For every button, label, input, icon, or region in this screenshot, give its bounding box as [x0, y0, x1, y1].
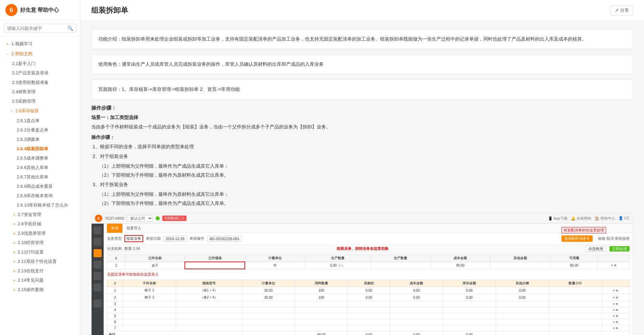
mock-sidebar-icon2 — [94, 238, 102, 246]
logo-icon: 6 — [5, 4, 17, 16]
mock-parent-table-area: # 父件名称 父件规格 计量单位 生产数量 生产数量 成本金额 其他金额 可用量 — [107, 255, 630, 269]
sidebar-item-2-2[interactable]: 2.2产品安装及登录 — [0, 68, 80, 78]
step2: 2、对于组装业务 — [91, 152, 633, 161]
mock-parent-table: # 父件名称 父件规格 计量单位 生产数量 生产数量 成本金额 其他金额 可用量 — [107, 255, 630, 269]
mock-num-input[interactable]: AD-20191226-001 — [207, 236, 242, 242]
sidebar-item-2-6-4[interactable]: 2.6.4组装拆卸单 — [0, 144, 80, 154]
sidebar-item-2-6-9[interactable]: 2.6.9库存账本查询 — [0, 191, 80, 201]
mock-tab-bar: 新增 批量导入 — [104, 224, 633, 233]
mock-sub-row-5: 5 — [107, 313, 630, 319]
main-header: 组装拆卸单 ↗ 分享 — [80, 0, 644, 21]
mock-parent-row-1: 1 桌子 件 5.00（↑） 90.00 90.00 — [107, 262, 630, 269]
mock-left-sidebar — [92, 224, 104, 335]
mock-topbar-icons: 📱 App下载 🔔 在线帮助 🏠 帮助中心 👤 CC — [548, 216, 630, 221]
expand-icon-2-7: ＋ — [12, 212, 16, 217]
mock-th-other: 其他金额 — [490, 255, 550, 262]
page-title: 组装拆卸单 — [91, 5, 128, 15]
main-content: 组装拆卸单 ↗ 分享 功能介绍：组装拆卸单用来处理企业组装或拆卸等加工业务，支持… — [80, 0, 644, 335]
mock-action-links: 验验 取消 审批核准 — [598, 236, 630, 241]
step3-2: （2）下部明细为子件明细，最终作为产成品生成其它入库单。 — [91, 199, 633, 208]
mock-main-area: 新增 批量导入 业务类型 组装业务 单据日期 2019-12-26 单据编号 A… — [104, 224, 633, 335]
sidebar-item-2-11[interactable]: ＋ 2.11打印设置 — [0, 247, 80, 257]
sidebar-item-2-1[interactable]: 2.1新手入门 — [0, 59, 80, 68]
mock-confirm-btn[interactable]: 立即处理 — [609, 246, 630, 252]
step3-1: （1）上部明细为父件明细，最终作为原材料生成其它出库单； — [91, 190, 633, 199]
share-button[interactable]: ↗ 分享 — [610, 5, 633, 15]
expand-icon-2-13: ＋ — [12, 268, 16, 273]
scenario-title: 场景一：加工类型选择 — [91, 115, 633, 121]
mock-screen: 6 TEST-H002 默认公司 同期数据汇入 📱 App下载 🔔 在线帮助 🏠… — [92, 213, 633, 335]
sidebar-item-video[interactable]: ＋ 1.视频学习 — [0, 39, 80, 49]
mock-type-input[interactable]: 组装业务 — [124, 235, 143, 242]
mock-tab-new[interactable]: 新增 — [107, 224, 122, 233]
logo-label: 好生意 帮助中心 — [20, 7, 59, 14]
mock-count-label: 数量 2.04 — [124, 246, 140, 251]
sidebar-item-2-8[interactable]: ＋ 2.8手机旺铺 — [0, 219, 80, 229]
annotation-1: 有装配清单的在这里处理 — [561, 227, 606, 233]
screenshot-container: 6 TEST-H002 默认公司 同期数据汇入 📱 App下载 🔔 在线帮助 🏠… — [91, 213, 633, 335]
expand-icon-2-12: ＋ — [12, 259, 16, 264]
ops-steps-title: 操作步骤： — [91, 134, 633, 141]
sidebar-item-2-6-7[interactable]: 2.6.7其他出库单 — [0, 172, 80, 182]
status-dot — [156, 216, 160, 220]
intro-block: 功能介绍：组装拆卸单用来处理企业组装或拆卸等加工业务，支持有固定装配清单的产品加… — [91, 29, 633, 49]
expand-icon-2-15: ＋ — [12, 287, 16, 292]
expand-icon-2-9: ＋ — [12, 231, 16, 236]
sidebar-item-2-3[interactable]: 2.3使用前数据准备 — [0, 78, 80, 87]
mock-sidebar-icon1 — [94, 226, 102, 234]
sidebar-item-2-7[interactable]: ＋ 2.7资金管理 — [0, 210, 80, 219]
mock-topbar: 6 TEST-H002 默认公司 同期数据汇入 📱 App下载 🔔 在线帮助 🏠… — [92, 213, 633, 224]
mock-company-select[interactable]: 默认公司 — [127, 215, 153, 222]
mock-topbar-id: TEST-H002 — [105, 216, 124, 220]
mock-select-template-btn[interactable]: 选择配料清单▼ — [561, 235, 593, 242]
sidebar-item-2-6-2[interactable]: 2.6.2分量盘点单 — [0, 125, 80, 135]
sidebar-item-docs[interactable]: － 2.帮助文档 — [0, 49, 80, 59]
mock-enable-input[interactable]: 供货商用 — [585, 246, 606, 252]
mock-sub-footer: 合计 88.00 0.00 0.00 0.00 — [107, 331, 630, 335]
scenario-desc: 当由多个子件材料组装成一个成品的业务为【组装】业务，当由一个父件拆分成多个子产品… — [91, 123, 633, 131]
annotation-2: 组装业务、拆卸业务在这里切换 — [143, 246, 583, 251]
sidebar-item-2-10[interactable]: ＋ 2.10经营管理 — [0, 238, 80, 247]
sidebar-item-2-14[interactable]: ＋ 2.14常见问题 — [0, 276, 80, 285]
sidebar-item-2-6[interactable]: － 2.6库存核算 — [0, 106, 80, 116]
sidebar-item-2-9[interactable]: ＋ 2.9优惠券管理 — [0, 229, 80, 238]
mock-logo: 6 — [95, 215, 102, 222]
step3: 3、对于拆装业务 — [91, 180, 633, 189]
share-icon: ↗ — [615, 8, 619, 13]
sidebar-item-2-13[interactable]: ＋ 2.13在线支付 — [0, 266, 80, 276]
sidebar: 6 好生意 帮助中心 🔍 ＋ 1.视频学习 － 2.帮助文档 2.1新手入门 2… — [0, 0, 80, 335]
mock-sidebar-icon3 — [94, 249, 102, 257]
sidebar-item-2-5[interactable]: 2.5采购管理 — [0, 97, 80, 106]
sidebar-item-2-6-8[interactable]: 2.6.8商品成本重算 — [0, 182, 80, 191]
mock-th-avail: 可用量 — [550, 255, 598, 262]
mock-sub-row-2: 2 椅子 2 （格2 ÷ 4） 30.00 100 0.00 0.00 0.00 — [107, 294, 630, 301]
mock-tab-import[interactable]: 批量导入 — [122, 224, 145, 233]
sidebar-item-2-6-10[interactable]: 2.6.10库存账本错了怎么办 — [0, 201, 80, 210]
sidebar-item-2-6-1[interactable]: 2.6.1盘点单 — [0, 116, 80, 125]
mock-th-name: 父件名称 — [125, 255, 185, 262]
mock-th-cost: 成本金额 — [430, 255, 490, 262]
mock-sub-table: # 子件名称 规格型号 计量单位 用料数量 采购价 成本金额 库存金额 其他分摊 — [107, 280, 630, 335]
mock-sidebar-icon6 — [94, 283, 102, 291]
mock-th-qty1: 生产数量 — [305, 255, 370, 262]
intro-text: 功能介绍：组装拆卸单用来处理企业组装或拆卸等加工业务，支持有固定装配清单的产品加… — [98, 36, 587, 42]
step2-2: （2）下部明细为子件明细，最终作为原材料生成其它出库单。 — [91, 171, 633, 179]
mock-alert-btn: 同期数据汇入 — [162, 216, 186, 221]
collapse-icon: － — [5, 51, 9, 57]
mock-th-spec: 父件规格 — [185, 255, 245, 262]
search-icon[interactable]: 🔍 — [67, 25, 73, 31]
mock-sidebar-icon4 — [94, 261, 102, 269]
ops-title: 操作步骤： — [91, 105, 633, 111]
sidebar-item-2-4[interactable]: 2.4销售管理 — [0, 87, 80, 97]
mock-date-input[interactable]: 2019-12-26 — [163, 236, 187, 242]
sidebar-item-2-6-3[interactable]: 2.6.3调拨单 — [0, 135, 80, 144]
sidebar-item-2-12[interactable]: ＋ 2.12系统个性化设置 — [0, 257, 80, 266]
mock-label-date: 单据日期 — [146, 236, 161, 241]
mock-sidebar-icon5 — [94, 272, 102, 280]
mock-sub-row-1: 1 椅子 1 （格1 ÷ 4） 30.00 100 0.00 0.00 0.00 — [107, 287, 630, 294]
sidebar-item-2-15[interactable]: ＋ 2.15操作案例 — [0, 285, 80, 294]
collapse-icon-2-6: － — [9, 108, 13, 114]
sidebar-item-2-6-5[interactable]: 2.6.5成本调整单 — [0, 154, 80, 163]
search-input[interactable] — [7, 26, 67, 31]
sidebar-item-2-6-6[interactable]: 2.6.6其他入库单 — [0, 163, 80, 172]
